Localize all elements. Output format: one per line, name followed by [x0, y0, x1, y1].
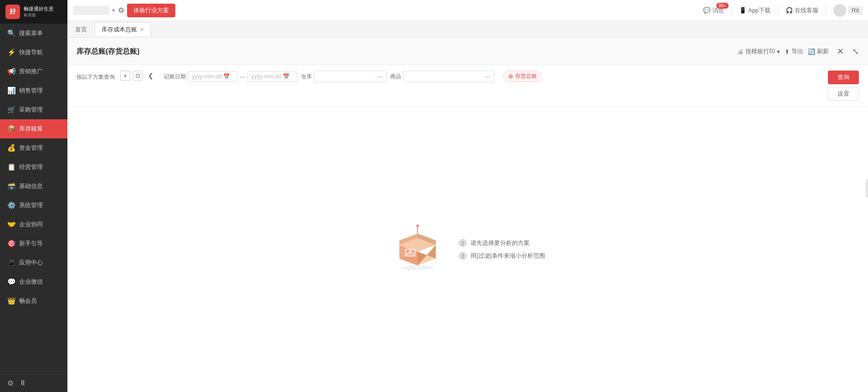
trial-btn[interactable]: 体验行业方案 [127, 4, 175, 17]
date-separator: — [240, 73, 245, 80]
tab-home[interactable]: 首页 [67, 22, 95, 37]
sidebar-item-label: 资金管理 [19, 144, 43, 152]
sidebar-item-search[interactable]: 🔍 搜索菜单 [0, 24, 67, 43]
logo-text-area: 畅捷通好生意 标准版 [24, 5, 54, 18]
speaker-icon[interactable]: ⏸ [19, 379, 26, 387]
sidebar-item-sales[interactable]: 📊 销售管理 [0, 81, 67, 100]
online-service-btn[interactable]: 🎧 在线客服 [786, 6, 818, 15]
date-field-label: 记账日期 [164, 73, 186, 81]
date-end-placeholder: yyyy-mm-dd [251, 73, 281, 80]
sidebar-item-label: 快捷导航 [19, 48, 43, 56]
filter-row: 记账日期 yyyy-mm-dd 📅 — yyyy-mm-dd 📅 仓库 [164, 71, 494, 82]
message-icon: 💬 [703, 7, 710, 14]
sidebar-item-finance[interactable]: 💰 资金管理 [0, 138, 67, 158]
product-more-icon: ··· [485, 73, 490, 80]
app-logo: 好 畅捷通好生意 标准版 [0, 0, 67, 24]
marketing-nav-icon: 📢 [7, 67, 15, 76]
sidebar-bottom: ⚙ ⏸ [0, 374, 67, 392]
warehouse-field-label: 仓库 [301, 73, 312, 81]
sidebar-item-system[interactable]: ⚙️ 系统管理 [0, 196, 67, 215]
tip-text-2: 用[过滤]条件来缩小分析范围 [470, 252, 545, 260]
svg-point-8 [412, 250, 414, 253]
product-field-label: 商品 [390, 73, 401, 81]
bottom-icons: ⚙ ⏸ [7, 379, 26, 387]
sidebar-item-label: 营销推广 [19, 67, 43, 76]
topbar-search-area[interactable] [73, 6, 109, 15]
settings-button[interactable]: 设置 [828, 87, 859, 101]
action-btns: 查询 设置 [828, 71, 859, 101]
sidebar-item-cooperation[interactable]: 🤝 企业协同 [0, 215, 67, 234]
user-area: Rit [833, 4, 863, 17]
sidebar-item-label: 库存核算 [19, 125, 43, 133]
panel-close-btn[interactable]: ✕ [833, 43, 848, 60]
online-service-label: 在线客服 [795, 6, 818, 15]
filter-add-btn[interactable]: + [120, 71, 130, 81]
date-end-input[interactable]: yyyy-mm-dd 📅 [247, 71, 297, 82]
sidebar-item-label: 应用中心 [19, 259, 43, 267]
gear-settings-button[interactable]: ⚙ [118, 6, 124, 15]
sidebar-item-member[interactable]: 👑 畅会员 [0, 291, 67, 311]
topbar: ▾ ⚙ 体验行业方案 💬 消息 99+ 📱 App下载 🎧 在线客服 [67, 0, 868, 21]
sidebar-item-wechat[interactable]: 💬 企业微信 [0, 272, 67, 291]
divider3 [826, 6, 826, 15]
cooperation-nav-icon: 🤝 [7, 220, 15, 229]
filter-collapse-btn[interactable]: ❮ [146, 71, 156, 81]
logo-icon: 好 [5, 5, 20, 19]
divider1 [731, 6, 732, 15]
query-button[interactable]: 查询 [828, 71, 859, 84]
print-icon: 🖨 [738, 48, 744, 55]
messages-btn[interactable]: 💬 消息 99+ [703, 6, 724, 15]
filter-area: 按以下方案查询 + ⊙ ❮ 记账日期 yyyy-mm-dd 📅 — yyyy-m… [67, 65, 868, 107]
settings-bottom-icon[interactable]: ⚙ [7, 379, 14, 387]
calendar-end-icon: 📅 [283, 73, 290, 80]
svg-point-11 [416, 224, 419, 227]
date-start-input[interactable]: yyyy-mm-dd 📅 [188, 71, 238, 82]
sidebar-item-newbie[interactable]: 🎯 新手引导 [0, 234, 67, 253]
empty-tips: 1 请先选择要分析的方案 2 用[过滤]条件来缩小分析范围 [459, 239, 545, 260]
sidebar-item-marketing[interactable]: 📢 营销推广 [0, 62, 67, 81]
filter-warehouse-group: 仓库 ··· [301, 71, 387, 82]
logo-badge: 标准版 [24, 12, 54, 18]
search-nav-icon: 🔍 [7, 29, 15, 37]
sidebar-item-label: 畅会员 [19, 297, 37, 305]
tab-inventory-ledger[interactable]: 库存成本总账 ✕ [95, 22, 151, 37]
topbar-left: ▾ ⚙ 体验行业方案 [73, 4, 700, 17]
topbar-dropdown-icon[interactable]: ▾ [112, 7, 115, 14]
svg-rect-6 [405, 249, 416, 257]
warehouse-select[interactable]: ··· [314, 71, 387, 82]
tabbar: 首页 库存成本总账 ✕ [67, 21, 868, 37]
refresh-button[interactable]: 🔄 刷新 [808, 47, 829, 56]
export-label: 导出 [791, 47, 803, 56]
topbar-right: 💬 消息 99+ 📱 App下载 🎧 在线客服 Rit [703, 4, 863, 17]
sidebar-item-appcenter[interactable]: 📱 应用中心 [0, 253, 67, 272]
shortcut-nav-icon: ⚡ [7, 48, 15, 56]
filter-clear-btn[interactable]: ⊙ [133, 71, 143, 81]
sidebar-item-shortcut[interactable]: ⚡ 快捷导航 [0, 43, 67, 62]
sidebar-item-label: 采购管理 [19, 106, 43, 114]
warehouse-more-icon: ··· [377, 73, 383, 80]
sidebar-item-purchase[interactable]: 🛒 采购管理 [0, 100, 67, 119]
schema-tag[interactable]: ⊕ 存货总账 [503, 71, 542, 82]
page-header: 库存总账(存货总账) 🖨 按模板打印 ▾ ⬆ 导出 🔄 刷新 ✕ ⤡ [67, 37, 868, 65]
app-download-label: App下载 [748, 6, 771, 15]
print-button[interactable]: 🖨 按模板打印 ▾ [738, 47, 780, 56]
empty-state: 1 请先选择要分析的方案 2 用[过滤]条件来缩小分析范围 [67, 107, 868, 392]
scroll-indicator[interactable] [866, 179, 868, 198]
sidebar-item-operations[interactable]: 📋 经营管理 [0, 158, 67, 177]
sidebar-item-inventory[interactable]: 📦 库存核算 [0, 119, 67, 138]
date-start-placeholder: yyyy-mm-dd [192, 73, 221, 80]
tab-close-btn[interactable]: ✕ [140, 27, 144, 33]
panel-expand-btn[interactable]: ⤡ [852, 46, 859, 56]
user-name[interactable]: Rit [848, 6, 863, 15]
filter-btn-group: + ⊙ ❮ [120, 71, 156, 81]
sidebar-item-basic[interactable]: 🗃️ 基础信息 [0, 177, 67, 196]
product-select[interactable]: ··· [403, 71, 494, 82]
app-download-btn[interactable]: 📱 App下载 [739, 6, 771, 15]
avatar[interactable] [833, 4, 846, 17]
basic-nav-icon: 🗃️ [7, 182, 15, 190]
logo-name: 畅捷通好生意 [24, 5, 54, 12]
export-button[interactable]: ⬆ 导出 [785, 47, 803, 56]
filter-date-group: 记账日期 yyyy-mm-dd 📅 — yyyy-mm-dd 📅 [164, 71, 297, 82]
wechat-nav-icon: 💬 [7, 278, 15, 286]
svg-point-7 [406, 250, 409, 253]
